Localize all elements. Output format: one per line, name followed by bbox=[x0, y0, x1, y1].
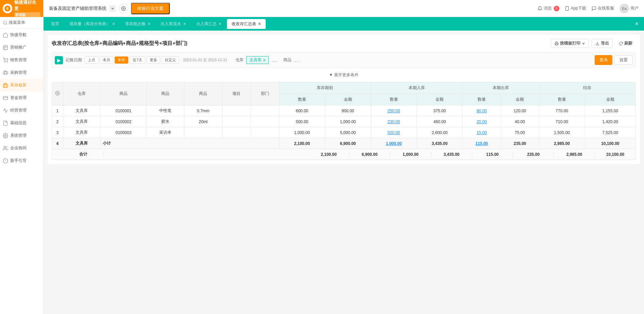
cell-no: 3 bbox=[52, 127, 63, 138]
date-label: 记账日期 bbox=[66, 57, 82, 63]
sidebar-item-marketing[interactable]: 营销推广 bbox=[0, 41, 43, 54]
cell-project bbox=[222, 105, 251, 116]
svg-point-6 bbox=[7, 62, 7, 62]
tab-close-icon[interactable]: × bbox=[183, 21, 186, 26]
user-item[interactable]: Ea 用户 bbox=[620, 4, 639, 13]
page-header: 收发存汇总表(按仓库+商品编码+商品+规格型号+项目+部门) 按模板打印 导出 … bbox=[52, 39, 636, 48]
sidebar-item-finance[interactable]: 资金管理 bbox=[0, 92, 43, 104]
online-service-item[interactable]: 在线客服 bbox=[592, 5, 614, 11]
th-out-qty: 数量 bbox=[463, 94, 501, 105]
th-gear[interactable] bbox=[52, 82, 63, 105]
sub-in-amt: 3,435.00 bbox=[417, 138, 463, 149]
total-bal-qty: 2,985.00 bbox=[554, 152, 595, 157]
date-7days[interactable]: 近7天 bbox=[130, 56, 145, 64]
sidebar-item-label: 快捷导航 bbox=[10, 32, 27, 38]
sidebar-search[interactable]: 搜索菜单 bbox=[0, 17, 43, 29]
cell-bal-amt: 1,420.00 bbox=[585, 116, 635, 127]
cell-code: 0100001 bbox=[101, 105, 147, 116]
system-dropdown[interactable] bbox=[109, 5, 116, 12]
app-download-item[interactable]: App下载 bbox=[565, 5, 586, 11]
expand-more-bar[interactable]: ▼ 展开更多条件 bbox=[52, 71, 636, 79]
cell-spec bbox=[184, 127, 222, 138]
svg-text:6: 6 bbox=[6, 7, 9, 11]
cell-spec: 0.7mm bbox=[184, 105, 222, 116]
warehouse-more[interactable]: ... bbox=[271, 57, 278, 63]
sidebar-item-operations[interactable]: 经营管理 bbox=[0, 104, 43, 117]
cell-bal-amt: 1,155.00 bbox=[585, 105, 635, 116]
date-options: 上月 本月 本年 近7天 更多 自定义 bbox=[85, 56, 179, 64]
cell-out-qty[interactable]: 80.00 bbox=[463, 105, 501, 116]
cell-dept bbox=[251, 127, 279, 138]
th-warehouse: 仓库 bbox=[63, 82, 101, 105]
cell-in-qty[interactable]: 250.00 bbox=[371, 105, 417, 116]
date-this-month[interactable]: 本月 bbox=[100, 56, 113, 64]
svg-point-18 bbox=[57, 93, 58, 94]
sidebar-item-purchase[interactable]: 采购管理 bbox=[0, 66, 43, 79]
print-button[interactable]: 按模板打印 bbox=[551, 39, 589, 48]
tab-summary[interactable]: 出入库汇总 × bbox=[192, 19, 226, 29]
sub-bal-amt: 10,100.00 bbox=[585, 138, 635, 149]
data-table: 仓库 商品 商品 商品 项目 部门 库存期初 本期入库 本期出库 结存 bbox=[52, 82, 636, 149]
goods-more[interactable]: ... bbox=[294, 57, 301, 63]
tab-close-icon[interactable]: × bbox=[219, 21, 221, 26]
sidebar-item-label: 营销推广 bbox=[10, 45, 27, 50]
sidebar-item-inventory[interactable]: 库存核算 bbox=[0, 79, 43, 92]
sidebar-item-label: 经营管理 bbox=[10, 108, 27, 113]
tab-batch[interactable]: 库存批次账 × bbox=[120, 19, 155, 29]
total-init-qty: 2,100.00 bbox=[309, 152, 349, 157]
refresh-button[interactable]: 刷新 bbox=[615, 39, 636, 48]
messages-item[interactable]: 消息 6 bbox=[538, 5, 559, 11]
th-bal-qty: 数量 bbox=[539, 94, 585, 105]
sidebar-item-guide[interactable]: 新手引导 bbox=[0, 154, 43, 167]
warehouse-remove-icon[interactable]: × bbox=[263, 57, 266, 63]
filter-toggle-btn[interactable]: ▶ bbox=[55, 56, 63, 64]
svg-rect-16 bbox=[556, 44, 558, 45]
sidebar-item-quick-nav[interactable]: 快捷导航 bbox=[0, 29, 43, 41]
svg-rect-4 bbox=[3, 46, 7, 50]
date-more[interactable]: 更多 bbox=[147, 56, 160, 64]
sidebar-item-sales[interactable]: 销售管理 bbox=[0, 54, 43, 66]
total-out-amt: 235.00 bbox=[513, 152, 554, 157]
sub-out-qty[interactable]: 115.00 bbox=[463, 138, 501, 149]
cell-in-qty[interactable]: 520.00 bbox=[371, 127, 417, 138]
th-code: 商品 bbox=[101, 82, 147, 105]
settings-icon[interactable] bbox=[119, 4, 128, 13]
tab-recv-send[interactable]: 收发存汇总表 × bbox=[227, 19, 266, 29]
avatar: Ea bbox=[620, 4, 629, 13]
warehouse-filter: 仓库 文具库 × ... bbox=[235, 56, 278, 64]
sidebar-item-label: 系统管理 bbox=[10, 133, 27, 138]
cell-in-qty[interactable]: 230.00 bbox=[371, 116, 417, 127]
tab-close-icon[interactable]: × bbox=[112, 21, 115, 26]
date-last-month[interactable]: 上月 bbox=[85, 56, 98, 64]
date-custom[interactable]: 自定义 bbox=[162, 56, 179, 64]
warehouse-tag: 文具库 × bbox=[246, 56, 269, 64]
th-dept: 部门 bbox=[251, 82, 279, 105]
cell-warehouse: 文具库 bbox=[63, 116, 101, 127]
export-label: 导出 bbox=[601, 40, 609, 46]
close-all-tabs-icon[interactable]: × bbox=[632, 19, 641, 29]
tab-close-icon[interactable]: × bbox=[148, 21, 150, 26]
cell-out-qty[interactable]: 20.00 bbox=[463, 116, 501, 127]
date-this-year[interactable]: 本年 bbox=[115, 56, 128, 64]
sidebar-item-enterprise[interactable]: 企业协同 bbox=[0, 142, 43, 154]
sidebar-item-system[interactable]: 系统管理 bbox=[0, 129, 43, 142]
total-init-amt: 6,900.00 bbox=[349, 152, 390, 157]
cell-out-qty[interactable]: 15.00 bbox=[463, 127, 501, 138]
export-button[interactable]: 导出 bbox=[592, 39, 613, 48]
settings-button[interactable]: 设置 bbox=[614, 55, 633, 65]
cell-bal-qty: 710.00 bbox=[539, 116, 585, 127]
query-button[interactable]: 查询 bbox=[595, 55, 612, 65]
cell-bal-amt: 7,525.00 bbox=[585, 127, 635, 138]
cell-name: 中性笔 bbox=[146, 105, 184, 116]
sub-in-qty[interactable]: 1,000.00 bbox=[371, 138, 417, 149]
tab-home[interactable]: 首页 bbox=[46, 19, 64, 29]
tab-flow[interactable]: 出入库流水 × bbox=[156, 19, 191, 29]
cell-name: 胶水 bbox=[146, 116, 184, 127]
sidebar-item-basic[interactable]: 基础信息 bbox=[0, 117, 43, 129]
tab-close-icon[interactable]: × bbox=[258, 21, 261, 26]
trial-button[interactable]: 体验行业方案 bbox=[131, 3, 170, 14]
page: 收发存汇总表(按仓库+商品编码+商品+规格型号+项目+部门) 按模板打印 导出 … bbox=[44, 31, 644, 314]
cell-init-amt: 900.00 bbox=[325, 105, 371, 116]
cell-project bbox=[222, 127, 251, 138]
tab-stock-dist[interactable]: 现存量（库存分布表） × bbox=[65, 19, 120, 29]
